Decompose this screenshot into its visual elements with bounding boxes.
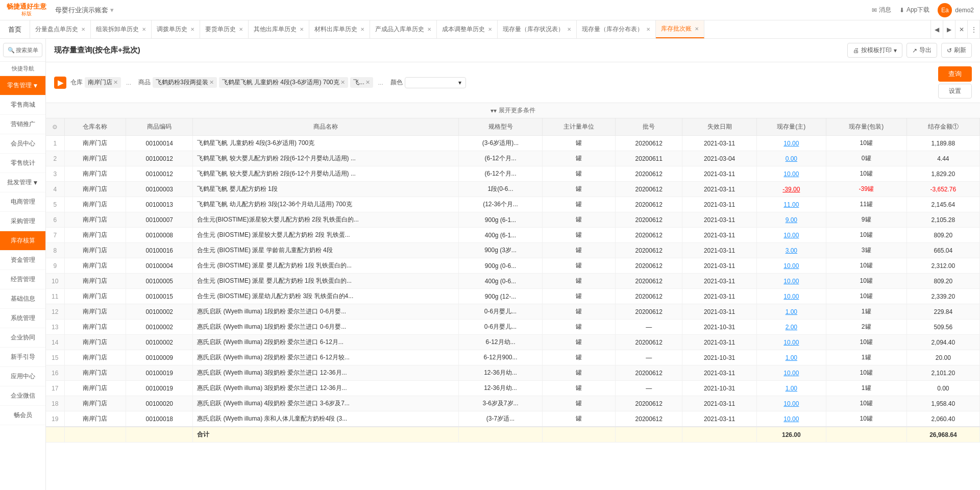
goods-tag2-close[interactable]: ✕ <box>340 79 345 86</box>
sidebar-item-wholesale[interactable]: 批发管理 ▼ <box>0 173 45 192</box>
tab-xiancun-fenbu[interactable]: 现存量（库存分布表） ✕ <box>577 20 656 38</box>
warehouse-tag-close[interactable]: ✕ <box>113 79 118 86</box>
sidebar-item-purchase[interactable]: 采购管理 <box>0 212 45 231</box>
goods-more[interactable]: ... <box>375 78 386 87</box>
tab-fenpan[interactable]: 分量盘点单历史 ✕ <box>30 20 91 38</box>
tab-home[interactable]: 首页 <box>0 20 30 38</box>
tab-close-xiancun-kucun[interactable]: ✕ <box>567 27 571 32</box>
goods-tag1[interactable]: 飞鹤奶粉3段两提装 ✕ <box>153 77 217 88</box>
sidebar-item-ecshop[interactable]: 零售商城 <box>0 95 45 115</box>
user-area[interactable]: Ea demo2 <box>938 3 974 17</box>
row-qty-main[interactable]: 3.00 <box>756 243 826 258</box>
warehouse-tag[interactable]: 南岸门店 ✕ <box>85 77 121 88</box>
row-qty-main[interactable]: 1.00 <box>756 304 826 320</box>
sidebar-item-marketing[interactable]: 营销推广 <box>0 115 45 134</box>
row-batch: 20200612 <box>616 228 682 243</box>
sidebar-item-system[interactable]: 系统管理 <box>0 309 45 328</box>
btn-search[interactable]: 查询 <box>938 66 972 82</box>
tab-prev-arrow[interactable]: ◀ <box>931 20 943 39</box>
tab-close-zuzhuang[interactable]: ✕ <box>142 27 146 32</box>
row-expire: 2021-03-11 <box>682 304 757 320</box>
color-dropdown[interactable]: ▾ <box>405 77 466 88</box>
row-qty-main[interactable]: -39.00 <box>756 182 826 197</box>
row-qty-main[interactable]: 2.00 <box>756 320 826 335</box>
logo: 畅捷通好生意 标版 <box>6 3 47 18</box>
tab-chenben[interactable]: 成本调整单历史 ✕ <box>437 20 498 38</box>
goods-tag1-close[interactable]: ✕ <box>209 79 214 86</box>
sidebar-item-guide[interactable]: 新手引导 <box>0 348 45 367</box>
inventory-table: ⚙ 仓库名称 商品编码 商品名称 规格型号 主计量单位 批号 失效日期 现存量(… <box>46 118 980 443</box>
row-qty-main[interactable]: 9.00 <box>756 212 826 228</box>
btn-export[interactable]: ↗ 导出 <box>906 43 937 58</box>
goods-tag3[interactable]: 飞... ✕ <box>350 77 373 88</box>
row-qty-main[interactable]: 0.00 <box>756 151 826 166</box>
tab-zuzhuang[interactable]: 组装拆卸单历史 ✕ <box>91 20 152 38</box>
sidebar-item-basic[interactable]: 基础信息 <box>0 289 45 309</box>
tab-cailiao[interactable]: 材料出库单历史 ✕ <box>309 20 370 38</box>
row-qty-main[interactable]: 10.00 <box>756 396 826 411</box>
tab-close-cailiao[interactable]: ✕ <box>360 27 364 32</box>
tab-chanchenpin[interactable]: 产成品入库单历史 ✕ <box>370 20 437 38</box>
tab-close-chanchenpin[interactable]: ✕ <box>427 27 431 32</box>
row-qty-main[interactable]: 10.00 <box>756 136 826 151</box>
tab-xiancun-kucun[interactable]: 现存量（库存状况表） ✕ <box>498 20 577 38</box>
sidebar-item-enterprise[interactable]: 企业协同 <box>0 328 45 348</box>
row-qty-main[interactable]: 10.00 <box>756 335 826 350</box>
sidebar-item-member[interactable]: 畅会员 <box>0 406 45 425</box>
app-download-btn[interactable]: ⬇ App下载 <box>899 6 929 14</box>
row-qty-main[interactable]: 10.00 <box>756 228 826 243</box>
row-code: 00100008 <box>126 228 193 243</box>
tab-qtchuku[interactable]: 其他出库单历史 ✕ <box>249 20 309 38</box>
sidebar-item-ecom[interactable]: 电商管理 <box>0 192 45 212</box>
sidebar-item-ops[interactable]: 经营管理 <box>0 270 45 289</box>
tab-next-arrow[interactable]: ▶ <box>943 20 955 39</box>
row-qty-main[interactable]: 10.00 <box>756 166 826 182</box>
btn-set[interactable]: 设置 <box>938 84 972 99</box>
tab-kucun-pici[interactable]: 库存批次账 ✕ <box>656 20 704 38</box>
th-settings[interactable]: ⚙ <box>46 118 64 136</box>
tab-close-all[interactable]: ✕ <box>955 20 968 39</box>
tab-diaopo[interactable]: 调拨单历史 ✕ <box>152 20 200 38</box>
row-qty-main[interactable]: 10.00 <box>756 258 826 274</box>
title-arrow[interactable]: ▾ <box>110 6 114 14</box>
settings-icon[interactable]: ⚙ <box>52 124 58 131</box>
tab-close-yaohuo[interactable]: ✕ <box>239 27 243 32</box>
tab-close-diaopo[interactable]: ✕ <box>190 27 194 32</box>
sidebar-item-inventory[interactable]: 库存核算 <box>0 231 45 251</box>
sidebar-item-finance[interactable]: 资金管理 <box>0 251 45 270</box>
row-qty-main[interactable]: 10.00 <box>756 289 826 304</box>
tab-menu[interactable]: ⋮ <box>968 20 980 39</box>
goods-tag2[interactable]: 飞鹤星飞帆 儿童奶粉 4段(3-6岁适用) 700克 ✕ <box>219 77 348 88</box>
btn-template-print[interactable]: 🖨 按模板打印 ▾ <box>847 43 902 58</box>
sidebar-item-wechat[interactable]: 企业微信 <box>0 386 45 406</box>
warehouse-more[interactable]: ... <box>123 78 134 87</box>
row-name: 合生元(BIOSTIME)派星较大婴儿配方奶粉 2段 乳铁蛋白的... <box>193 212 459 228</box>
row-unit: 罐 <box>543 136 616 151</box>
row-code: 00100019 <box>126 365 193 381</box>
expand-more-btn[interactable]: ▾▾ 展开更多条件 <box>486 105 540 116</box>
tab-close-chenben[interactable]: ✕ <box>488 27 492 32</box>
tab-close-qtchuku[interactable]: ✕ <box>300 27 304 32</box>
row-qty-main[interactable]: 11.00 <box>756 197 826 212</box>
message-btn[interactable]: ✉ 消息 <box>872 6 891 14</box>
tab-yaohuo[interactable]: 要货单历史 ✕ <box>200 20 249 38</box>
row-qty-main[interactable]: 10.00 <box>756 411 826 427</box>
filter-toggle-btn[interactable]: ▶ <box>54 77 66 89</box>
tab-close-kucun-pici[interactable]: ✕ <box>695 26 699 32</box>
sidebar-item-retail-stats[interactable]: 零售统计 <box>0 154 45 173</box>
sidebar-item-members[interactable]: 会员中心 <box>0 134 45 154</box>
sidebar-quick-nav[interactable]: 快捷导航 <box>0 62 45 76</box>
row-qty-main[interactable]: 10.00 <box>756 365 826 381</box>
row-qty-main[interactable]: 1.00 <box>756 350 826 365</box>
sidebar-item-retail[interactable]: 零售管理 ▼ <box>0 76 45 95</box>
row-qty-pkg: -39罐 <box>826 182 906 197</box>
row-qty-main[interactable]: 1.00 <box>756 381 826 396</box>
sidebar-item-appcenter[interactable]: 应用中心 <box>0 367 45 386</box>
tab-close-fenpan[interactable]: ✕ <box>81 27 85 32</box>
row-qty-main[interactable]: 10.00 <box>756 274 826 289</box>
btn-refresh[interactable]: ↺ 刷新 <box>941 43 972 58</box>
tab-close-xiancun-fenbu[interactable]: ✕ <box>646 27 650 32</box>
sidebar-search-btn[interactable]: 🔍 搜索菜单 <box>3 43 42 57</box>
goods-tag3-close[interactable]: ✕ <box>365 79 370 86</box>
sidebar: 🔍 搜索菜单 快捷导航 零售管理 ▼ 零售商城 营销推广 会员中心 零售统计 批… <box>0 39 46 490</box>
